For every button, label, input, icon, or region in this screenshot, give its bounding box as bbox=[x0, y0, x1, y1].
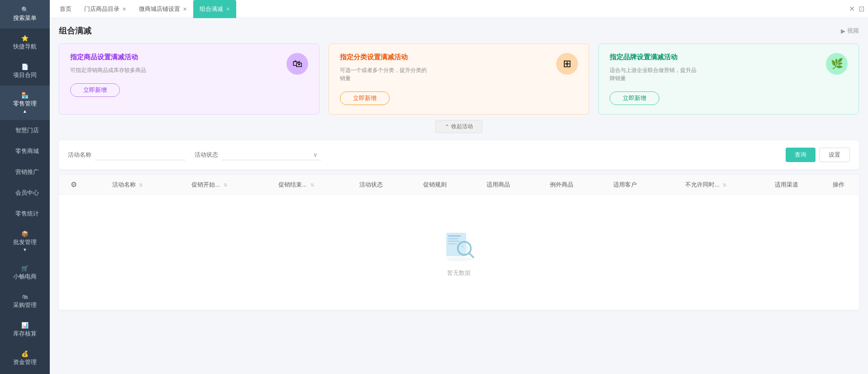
svg-rect-3 bbox=[448, 238, 458, 239]
table-empty-state: 暂无数据 bbox=[59, 195, 859, 310]
quick-nav-icon: ⭐ bbox=[21, 35, 29, 42]
query-button[interactable]: 查询 bbox=[786, 148, 816, 162]
column-promo-end[interactable]: 促销结束... ⇅ bbox=[253, 175, 340, 195]
column-operation-label: 操作 bbox=[833, 181, 844, 188]
column-applicable-customer: 适用客户 bbox=[593, 175, 657, 195]
sort-arrows-icon: ⇅ bbox=[224, 182, 227, 187]
restore-window-icon[interactable]: ⊡ bbox=[858, 5, 864, 13]
column-applicable-channel: 适用渠道 bbox=[755, 175, 818, 195]
svg-rect-5 bbox=[448, 243, 457, 244]
tab-store-settings[interactable]: 微商城店铺设置 ✕ bbox=[133, 0, 193, 18]
sidebar-item-retail-stats[interactable]: 零售统计 bbox=[0, 203, 50, 224]
column-no-concurrent-label: 不允许同时... bbox=[685, 181, 720, 188]
collapse-bar: ⌃ 收起活动 bbox=[59, 120, 859, 133]
brand-card-title: 指定品牌设置满减活动 bbox=[610, 53, 848, 62]
svg-point-9 bbox=[462, 245, 464, 248]
tab-store-settings-close[interactable]: ✕ bbox=[183, 0, 187, 18]
grid-icon: ⊞ bbox=[563, 58, 571, 70]
page-title: 组合满减 bbox=[59, 25, 91, 36]
category-card-icon: ⊞ bbox=[556, 53, 578, 75]
gear-icon[interactable]: ⚙ bbox=[71, 181, 77, 188]
search-bar: 活动名称 活动状态 ∨ 查询 设置 bbox=[59, 140, 859, 169]
column-exception-goods-label: 例外商品 bbox=[550, 181, 573, 188]
column-activity-status: 活动状态 bbox=[339, 175, 403, 195]
sidebar-item-project[interactable]: 📄 项目合同 bbox=[0, 57, 50, 86]
tab-bar-actions: ✕ ⊡ bbox=[849, 5, 864, 13]
column-applicable-goods: 适用商品 bbox=[467, 175, 530, 195]
column-exception-goods: 例外商品 bbox=[530, 175, 593, 195]
tab-combo-discount-close[interactable]: ✕ bbox=[226, 0, 230, 18]
sidebar-item-label: 搜索菜单 bbox=[13, 14, 37, 22]
sidebar-item-member[interactable]: 会员中心 bbox=[0, 182, 50, 203]
table-body: 暂无数据 bbox=[59, 195, 859, 310]
goods-card-title: 指定商品设置满减活动 bbox=[70, 53, 308, 62]
sidebar-item-wholesale[interactable]: 📦 批发管理 ▼ bbox=[0, 224, 50, 259]
sidebar-item-inventory[interactable]: 📊 库存核算 bbox=[0, 316, 50, 344]
chevron-down-icon: ∨ bbox=[313, 151, 318, 158]
chevron-up-icon: ⌃ bbox=[445, 124, 449, 130]
tab-combo-discount[interactable]: 组合满减 ✕ bbox=[193, 0, 236, 18]
column-promo-rules-label: 促销规则 bbox=[423, 181, 447, 188]
column-promo-start[interactable]: 促销开始... ⇅ bbox=[166, 175, 253, 195]
column-no-concurrent[interactable]: 不允许同时... ⇅ bbox=[657, 175, 755, 195]
sort-arrows-icon: ⇅ bbox=[723, 182, 726, 187]
sidebar-item-search[interactable]: 🔍 搜索菜单 bbox=[0, 0, 50, 29]
tab-store-settings-label: 微商城店铺设置 bbox=[139, 0, 180, 18]
finance-icon: 💰 bbox=[21, 350, 29, 357]
activity-card-category: ⊞ 指定分类设置满减活动 可选一个或者多个分类，提升分类的销量 立即新增 bbox=[329, 43, 589, 115]
tab-bar: 首页 门店商品目录 ✕ 微商城店铺设置 ✕ 组合满减 ✕ ✕ ⊡ bbox=[50, 0, 868, 18]
leaf-icon: 🌿 bbox=[831, 58, 843, 70]
settings-button[interactable]: 设置 bbox=[819, 148, 850, 162]
purchase-icon: 🛍 bbox=[22, 293, 28, 300]
tab-product-catalog[interactable]: 门店商品目录 ✕ bbox=[78, 0, 133, 18]
collapse-button[interactable]: ⌃ 收起活动 bbox=[435, 120, 482, 133]
empty-state: 暂无数据 bbox=[63, 200, 854, 304]
sidebar-item-retail[interactable]: 🏪 零售管理 ▲ bbox=[0, 86, 50, 120]
video-link[interactable]: ▶ 视频 bbox=[841, 27, 859, 35]
tab-combo-discount-label: 组合满减 bbox=[200, 0, 223, 18]
sidebar-item-purchase[interactable]: 🛍 采购管理 bbox=[0, 287, 50, 316]
category-card-title: 指定分类设置满减活动 bbox=[340, 53, 578, 62]
sidebar-item-label: 会员中心 bbox=[15, 189, 39, 197]
sidebar-item-label: 库存核算 bbox=[13, 330, 37, 338]
sidebar-item-retail-mall[interactable]: 零售商城 bbox=[0, 141, 50, 162]
goods-card-desc: 可指定滞销商品或库存较多商品 bbox=[70, 66, 161, 74]
retail-icon: 🏪 bbox=[21, 92, 29, 99]
sidebar-item-label: 采购管理 bbox=[13, 301, 37, 309]
data-table-container: ⚙ 活动名称 ⇅ 促销开始... ⇅ 促销结束... ⇅ bbox=[59, 175, 859, 310]
sidebar: 🔍 搜索菜单 ⭐ 快捷导航 📄 项目合同 🏪 零售管理 ▲ 智慧门店 零售商城 … bbox=[0, 0, 50, 374]
brand-card-add-button[interactable]: 立即新增 bbox=[610, 91, 659, 105]
column-applicable-goods-label: 适用商品 bbox=[486, 181, 510, 188]
column-promo-rules: 促销规则 bbox=[403, 175, 466, 195]
sidebar-item-label: 零售统计 bbox=[15, 210, 39, 218]
svg-point-7 bbox=[460, 244, 468, 253]
sidebar-item-marketing[interactable]: 营销推广 bbox=[0, 162, 50, 182]
tab-product-catalog-label: 门店商品目录 bbox=[84, 0, 119, 18]
activity-card-goods: 🛍 指定商品设置满减活动 可指定滞销商品或库存较多商品 立即新增 bbox=[59, 43, 320, 115]
activity-card-brand: 🌿 指定品牌设置满减活动 适合与上游企业联合做营销，提升品牌销量 立即新增 bbox=[598, 43, 859, 115]
activity-name-label: 活动名称 bbox=[68, 151, 91, 159]
activity-name-input[interactable] bbox=[95, 149, 186, 160]
column-settings[interactable]: ⚙ bbox=[59, 175, 89, 195]
wholesale-icon: 📦 bbox=[21, 230, 29, 237]
sidebar-item-label: 零售商城 bbox=[15, 147, 39, 155]
tab-home[interactable]: 首页 bbox=[53, 0, 78, 18]
column-activity-name[interactable]: 活动名称 ⇅ bbox=[89, 175, 166, 195]
column-applicable-customer-label: 适用客户 bbox=[613, 181, 637, 188]
close-window-icon[interactable]: ✕ bbox=[849, 5, 855, 13]
sidebar-item-finance[interactable]: 💰 资金管理 bbox=[0, 344, 50, 373]
sort-arrows-icon: ⇅ bbox=[310, 182, 314, 187]
goods-card-icon: 🛍 bbox=[286, 53, 308, 75]
column-promo-start-label: 促销开始... bbox=[191, 181, 220, 188]
tab-product-catalog-close[interactable]: ✕ bbox=[122, 0, 126, 18]
goods-card-add-button[interactable]: 立即新增 bbox=[70, 83, 120, 97]
activity-status-select[interactable]: ∨ bbox=[222, 149, 321, 160]
column-activity-status-label: 活动状态 bbox=[359, 181, 383, 188]
sidebar-item-label: 营销推广 bbox=[15, 168, 39, 176]
sidebar-item-quick-nav[interactable]: ⭐ 快捷导航 bbox=[0, 29, 50, 57]
sidebar-item-smart-store[interactable]: 智慧门店 bbox=[0, 120, 50, 141]
category-card-add-button[interactable]: 立即新增 bbox=[340, 91, 390, 105]
sidebar-item-ecommerce[interactable]: 🛒 小畅电商 bbox=[0, 259, 50, 287]
page-header: 组合满减 ▶ 视频 bbox=[59, 25, 859, 36]
play-circle-icon: ▶ bbox=[841, 28, 845, 34]
